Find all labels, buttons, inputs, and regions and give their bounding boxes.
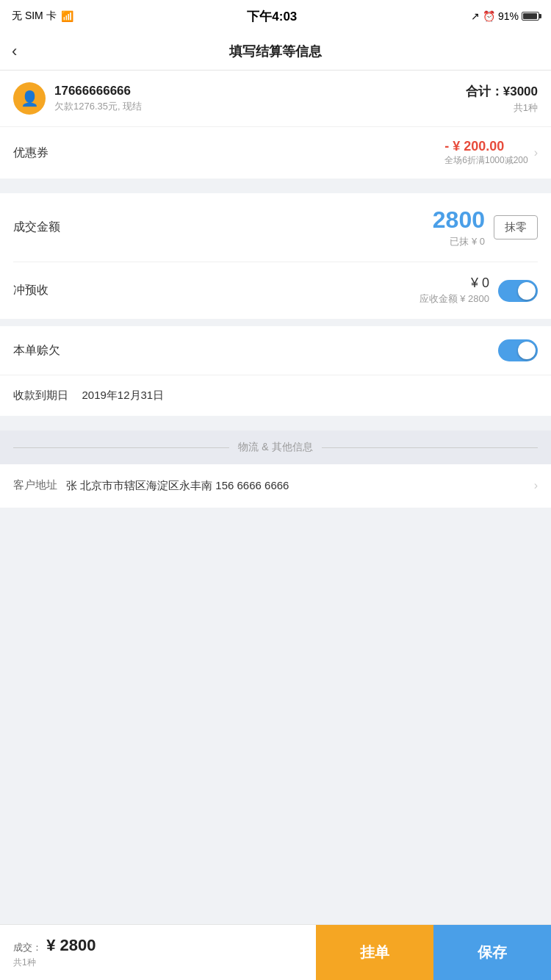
status-left: 无 SIM 卡 📶 [12,10,73,23]
duedate-row: 收款到期日 2019年12月31日 [0,375,551,416]
chong-amount: ¥ 0 [419,275,489,291]
status-time: 下午4:03 [247,8,297,25]
chong-toggle[interactable] [498,280,538,302]
address-chevron-icon: › [534,479,538,492]
duedate-label: 收款到期日 [13,389,68,401]
customer-card: 👤 17666666666 欠款1276.35元, 现结 合计：¥3000 共1… [0,71,551,179]
logistics-line-right [322,447,538,448]
location-icon: ↗ [471,10,480,22]
chong-right-wrap: ¥ 0 应收金额 ¥ 2800 [419,275,538,306]
section-divider-3 [0,423,551,430]
bendan-label: 本单赊欠 [13,343,60,359]
customer-right: 合计：¥3000 共1种 [466,83,538,115]
page-title: 填写结算等信息 [229,43,322,60]
avatar-icon: 👤 [21,90,39,107]
bottom-bar: 成交： ¥ 2800 共1种 挂单 保存 [0,924,551,980]
sim-label: 无 SIM 卡 [12,10,57,23]
deal-amount-label: 成交金额 [13,220,60,235]
deal-amount-value: 2800 [433,206,485,234]
back-button[interactable]: ‹ [12,42,17,61]
bendan-row: 本单赊欠 [0,326,551,375]
chong-right: ¥ 0 应收金额 ¥ 2800 [419,275,489,306]
total-count: 共1种 [466,101,538,115]
amount-section: 成交金额 2800 已抹 ¥ 0 抹零 冲预收 ¥ 0 应收金额 ¥ 2800 [0,193,551,319]
chong-toggle-knob [518,282,536,300]
duedate-value: 2019年12月31日 [82,389,164,401]
deal-amount-row: 成交金额 2800 已抹 ¥ 0 抹零 [13,193,538,262]
coupon-label: 优惠券 [13,145,48,161]
total-amount: 合计：¥3000 [466,83,538,100]
nav-bar: ‹ 填写结算等信息 [0,32,551,71]
coupon-description: 全场6折满1000减200 [444,154,527,167]
customer-debt: 欠款1276.35元, 现结 [54,100,142,113]
coupon-discount: - ¥ 200.00 [444,139,527,154]
customer-left: 👤 17666666666 欠款1276.35元, 现结 [13,82,142,115]
wifi-icon: 📶 [61,10,73,22]
status-bar: 无 SIM 卡 📶 下午4:03 ↗ ⏰ 91% [0,0,551,32]
customer-phone: 17666666666 [54,84,142,98]
customer-row: 👤 17666666666 欠款1276.35元, 现结 合计：¥3000 共1… [0,71,551,126]
bottom-summary: 成交： ¥ 2800 共1种 [0,925,316,980]
bottom-summary-top: 成交： ¥ 2800 [13,936,303,955]
coupon-chevron-icon: › [534,146,538,159]
chong-sub: 应收金额 ¥ 2800 [419,292,489,306]
section-divider-1 [0,186,551,193]
address-row[interactable]: 客户地址 张 北京市市辖区海淀区永丰南 156 6666 6666 › [0,464,551,508]
address-content: 张 北京市市辖区海淀区永丰南 156 6666 6666 [66,478,525,494]
logistics-line-left [13,447,229,448]
avatar: 👤 [13,82,46,115]
coupon-row[interactable]: 优惠券 - ¥ 200.00 全场6折满1000减200 › [0,126,551,179]
section-divider-2 [0,319,551,326]
summary-label: 成交： [13,942,42,953]
logistics-label: 物流 & 其他信息 [238,441,312,454]
bendan-toggle[interactable] [498,339,538,361]
deal-amount-right: 2800 已抹 ¥ 0 抹零 [433,206,538,248]
gray-bg [0,508,551,566]
battery-icon [522,12,539,21]
round-button[interactable]: 抹零 [494,215,538,239]
chong-label: 冲预收 [13,283,48,298]
customer-info: 17666666666 欠款1276.35元, 现结 [54,84,142,113]
bendan-card: 本单赊欠 收款到期日 2019年12月31日 [0,326,551,416]
save-button[interactable]: 保存 [433,925,551,980]
deal-amount-sub: 已抹 ¥ 0 [433,235,485,248]
summary-count: 共1种 [13,956,303,969]
content: 👤 17666666666 欠款1276.35元, 现结 合计：¥3000 共1… [0,71,551,625]
hang-button[interactable]: 挂单 [316,925,433,980]
battery-percent: 91% [498,10,519,22]
coupon-right: - ¥ 200.00 全场6折满1000减200 › [444,139,538,167]
deal-amount-value-wrap: 2800 已抹 ¥ 0 [433,206,485,248]
status-right: ↗ ⏰ 91% [471,10,539,22]
chong-yushou-row: 冲预收 ¥ 0 应收金额 ¥ 2800 [13,262,538,319]
bendan-toggle-knob [518,342,536,359]
logistics-divider: 物流 & 其他信息 [0,430,551,464]
address-label: 客户地址 [13,478,57,492]
summary-amount: ¥ 2800 [46,936,96,954]
alarm-icon: ⏰ [483,10,495,22]
